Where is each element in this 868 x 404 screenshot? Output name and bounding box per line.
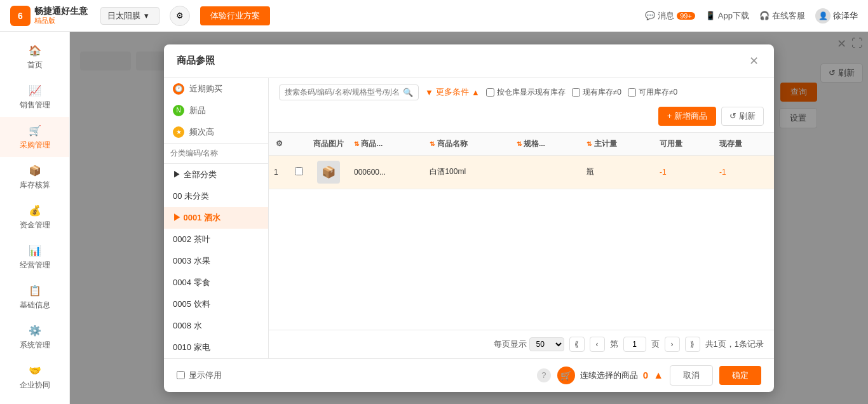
app-download-nav-item[interactable]: 📱 App下载 <box>705 10 749 22</box>
modal-close-button[interactable]: ✕ <box>746 53 761 69</box>
refresh-button[interactable]: ↺ 刷新 <box>721 107 764 126</box>
cat-item-0003[interactable]: 0003 水果 <box>164 250 268 272</box>
chevron-up-icon: ▲ <box>471 88 480 97</box>
finance-icon: 💰 <box>28 203 42 217</box>
cat-item-all[interactable]: ▶ 全部分类 <box>164 164 268 185</box>
cat-item-0001[interactable]: ▶ 0001 酒水 <box>164 207 268 229</box>
filter-more-conditions-button[interactable]: ▼ 更多条件 ▲ <box>425 86 480 98</box>
modal-overlay: 商品参照 ✕ 🕐 近期购买 N <box>70 32 868 404</box>
col-settings[interactable]: ⚙ <box>269 133 289 156</box>
user-profile-nav-item[interactable]: 👤 徐泽华 <box>815 8 858 24</box>
next-page-button[interactable]: › <box>665 337 680 352</box>
col-checkbox <box>289 133 308 156</box>
online-service-nav-item[interactable]: 🎧 在线客服 <box>759 10 805 22</box>
recent-purchase-icon: 🕐 <box>173 83 184 95</box>
sidebar-item-basic[interactable]: 📋 基础信息 <box>0 277 69 317</box>
row-code: 000600... <box>349 155 424 189</box>
category-shortcuts: 🕐 近期购买 N 新品 ★ 频次高 <box>164 78 268 144</box>
col-unit[interactable]: ⇅ 主计量 <box>581 133 654 156</box>
show-disabled-checkbox[interactable] <box>177 371 185 379</box>
available-nonzero-checkbox[interactable] <box>628 88 636 97</box>
table-row[interactable]: 1 📦 000600... 白酒100ml <box>269 155 774 189</box>
collapse-cart-button[interactable]: ▲ <box>653 370 663 381</box>
nonzero-stock-label: 现有库存≠0 <box>583 87 621 98</box>
app-logo-sub: 精品版 <box>34 16 88 25</box>
chevron-down-icon: ▾ <box>144 11 149 20</box>
gear-button[interactable]: ⚙ <box>170 6 190 26</box>
cat-item-0002[interactable]: 0002 茶叶 <box>164 229 268 250</box>
filter-icon: ▼ <box>425 88 433 97</box>
checkbox-nonzero-stock[interactable]: 现有库存≠0 <box>572 87 621 98</box>
cat-item-0004[interactable]: 0004 零食 <box>164 272 268 293</box>
show-stock-checkbox[interactable] <box>486 88 494 97</box>
per-page-label: 每页显示 <box>494 339 527 350</box>
col-code[interactable]: ⇅ 商品... <box>349 133 424 156</box>
confirm-button[interactable]: 确定 <box>719 366 761 385</box>
sidebar-item-collab[interactable]: 🤝 企业协同 <box>0 357 69 397</box>
first-page-button[interactable]: ⟪ <box>569 337 585 352</box>
page-number-input[interactable] <box>623 337 646 352</box>
prev-page-button[interactable]: ‹ <box>590 337 605 352</box>
cat-item-0005[interactable]: 0005 饮料 <box>164 293 268 315</box>
filter-btn-label: 更多条件 <box>436 86 469 98</box>
search-icon[interactable]: 🔍 <box>403 88 413 97</box>
category-panel: 🕐 近期购买 N 新品 ★ 频次高 <box>164 78 269 358</box>
nav-right: 💬 消息 99+ 📱 App下载 🎧 在线客服 👤 徐泽华 <box>645 8 858 24</box>
col-name[interactable]: ⇅ 商品名称 <box>424 133 511 156</box>
col-stock: 现存量 <box>714 133 774 156</box>
sort-icon-name: ⇅ <box>430 140 435 147</box>
category-search-input[interactable] <box>170 149 266 158</box>
store-selector[interactable]: 日太阳膜 ▾ <box>100 7 159 25</box>
checkbox-available-nonzero[interactable]: 可用库存≠0 <box>628 87 677 98</box>
sidebar-item-finance[interactable]: 💰 资金管理 <box>0 197 69 237</box>
shortcut-recent-purchase[interactable]: 🕐 近期购买 <box>164 78 268 100</box>
available-nonzero-label: 可用库存≠0 <box>639 87 677 98</box>
top-navbar: 6 畅捷通好生意 精品版 日太阳膜 ▾ ⚙ 体验行业方案 💬 消息 99+ 📱 … <box>0 0 868 32</box>
per-page-select: 每页显示 50 100 200 <box>494 337 564 351</box>
sidebar-label-finance: 资金管理 <box>20 220 50 231</box>
toolbar-right: + 新增商品 ↺ 刷新 <box>658 107 764 126</box>
product-search-input[interactable] <box>285 88 399 97</box>
cat-item-00[interactable]: 00 未分类 <box>164 185 268 207</box>
product-toolbar: 🔍 ▼ 更多条件 ▲ 按仓库显示现有库存 <box>269 78 774 133</box>
sort-icon-unit: ⇅ <box>587 140 592 147</box>
add-product-button[interactable]: + 新增商品 <box>658 107 716 126</box>
basic-icon: 📋 <box>28 283 42 297</box>
sidebar-item-guide[interactable]: 🔰 新手引导 <box>0 397 69 404</box>
sidebar-item-home[interactable]: 🏠 首页 <box>0 37 69 77</box>
col-spec[interactable]: ⇅ 规格... <box>512 133 582 156</box>
sidebar-item-sales[interactable]: 📈 销售管理 <box>0 77 69 117</box>
sidebar-item-system[interactable]: ⚙️ 系统管理 <box>0 317 69 357</box>
per-page-dropdown[interactable]: 50 100 200 <box>529 337 564 351</box>
sidebar-item-inventory[interactable]: 📦 库存核算 <box>0 157 69 197</box>
messages-nav-item[interactable]: 💬 消息 99+ <box>645 10 695 22</box>
shortcut-new-product[interactable]: N 新品 <box>164 100 268 121</box>
sidebar-item-management[interactable]: 📊 经营管理 <box>0 237 69 277</box>
footer-right: ? 🛒 连续选择的商品 0 ▲ 取消 确定 <box>537 365 761 386</box>
row-checkbox-cell[interactable] <box>289 155 308 189</box>
cart-icon: 🛒 <box>557 367 575 384</box>
sidebar-item-purchase[interactable]: 🛒 采购管理 <box>0 117 69 157</box>
category-list: ▶ 全部分类 00 未分类 ▶ 0001 酒水 0002 茶叶 <box>164 164 268 358</box>
last-page-button[interactable]: ⟫ <box>685 337 700 352</box>
cat-item-0010[interactable]: 0010 家电 <box>164 337 268 358</box>
row-checkbox[interactable] <box>295 167 303 175</box>
cart-count: 0 <box>643 370 648 380</box>
shortcut-high-freq[interactable]: ★ 频次高 <box>164 121 268 143</box>
pagination-bar: 每页显示 50 100 200 ⟪ ‹ 第 页 <box>269 330 774 358</box>
modal-body: 🕐 近期购买 N 新品 ★ 频次高 <box>164 78 774 358</box>
logo-area: 6 畅捷通好生意 精品版 <box>10 6 88 26</box>
shortcut-new-label: 新品 <box>189 105 206 116</box>
row-image-cell: 📦 <box>308 155 349 189</box>
product-image: 📦 <box>317 161 340 184</box>
show-disabled-label[interactable]: 显示停用 <box>177 370 222 381</box>
content-area: 查询 设置 ✕ ⛶ ↺ 刷新 商品参照 ✕ <box>70 32 868 404</box>
cancel-button[interactable]: 取消 <box>670 365 713 386</box>
modal-footer: 显示停用 ? 🛒 连续选择的商品 0 ▲ 取消 确定 <box>164 358 774 392</box>
cat-item-0008[interactable]: 0008 水 <box>164 315 268 337</box>
checkbox-show-stock[interactable]: 按仓库显示现有库存 <box>486 87 566 98</box>
trial-button[interactable]: 体验行业方案 <box>200 6 270 25</box>
nonzero-stock-checkbox[interactable] <box>572 88 580 97</box>
help-icon[interactable]: ? <box>537 368 551 382</box>
sidebar-label-collab: 企业协同 <box>20 380 50 391</box>
